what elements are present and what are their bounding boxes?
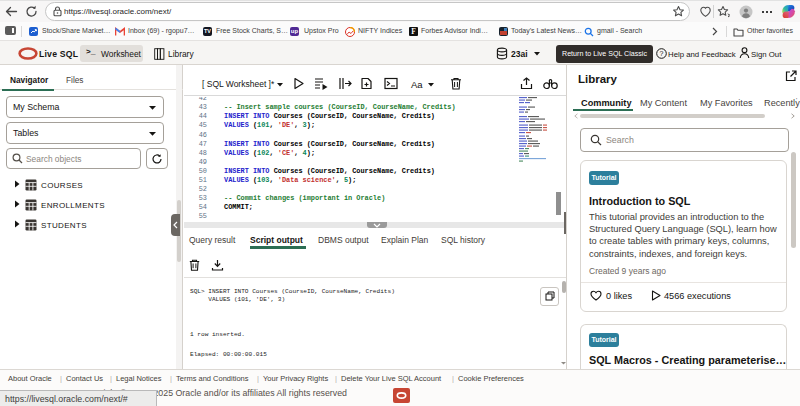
svg-text:?: ? [660,50,664,57]
